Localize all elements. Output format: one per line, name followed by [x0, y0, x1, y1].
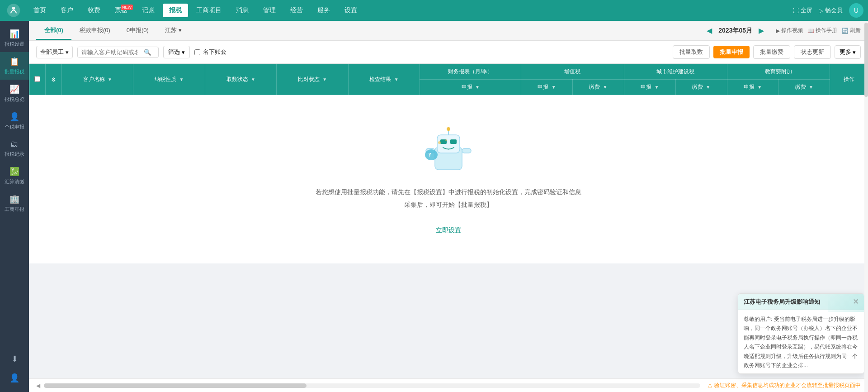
toolbar: 全部员工 ▾ 🔍 筛选 ▾ 名下账套 批量取数 批量申报 批量缴费 状态更新 更… — [29, 41, 868, 64]
period-text: 2023年05月 — [718, 27, 752, 35]
nav-item-首页[interactable]: 首页 — [27, 4, 52, 17]
tab-item-2[interactable]: 0申报(0) — [118, 22, 157, 40]
nav-item-服务[interactable]: 服务 — [311, 4, 336, 17]
tab-action-icon-2: 🔄 — [842, 28, 849, 34]
sidebar-item-6[interactable]: 🏢工商年报 — [0, 190, 29, 217]
sidebar-icon-4: 🗂 — [10, 139, 19, 149]
col-vat-pay: 缴费 ▼ — [572, 80, 624, 95]
nav-item-管理[interactable]: 管理 — [257, 4, 282, 17]
empty-message: 若您想使用批量报税功能，请先在【报税设置】中进行报税的初始化设置，完成密码验证和… — [313, 186, 584, 211]
tab-item-3[interactable]: 江苏 ▾ — [157, 22, 190, 40]
more-label: 更多 — [840, 48, 851, 56]
nav-item-经营[interactable]: 经营 — [284, 4, 309, 17]
sidebar-item-3[interactable]: 👤个税申报 — [0, 107, 29, 135]
bottom-bar: ◀ ⚠ 验证账密、采集信息均成功的企业才会流转至批量报税页面中 — [29, 378, 868, 392]
svg-point-12 — [438, 141, 441, 144]
app-logo[interactable] — [5, 1, 23, 19]
search-input[interactable] — [78, 47, 141, 57]
sidebar-icon-6: 🏢 — [9, 194, 19, 204]
setup-link[interactable]: 立即设置 — [436, 224, 461, 236]
batch-pay-button[interactable]: 批量缴费 — [753, 45, 790, 59]
col-group-city-tax: 城市维护建设税 — [624, 64, 727, 80]
sidebar: 📊报税设置📋批量报税📈报税总览👤个税申报🗂报税记录💹汇算清缴🏢工商年报⬇👤 — [0, 21, 29, 392]
member-button[interactable]: ▷ 畅会员 — [819, 6, 843, 14]
tab-action-2[interactable]: 🔄刷新 — [842, 27, 861, 34]
col-edu-pay: 缴费 ▼ — [778, 80, 830, 95]
table-wrap: ⚙ 客户名称 ▼ 纳税性质 ▼ 取数状态 ▼ 比对状态 ▼ 检查结果 ▼ — [29, 64, 868, 263]
sidebar-icon-1: 📋 — [9, 57, 19, 67]
sidebar-label-3: 个税申报 — [5, 124, 24, 130]
top-nav: 首页客户收费票据NEW记账报税工商项目消息管理经营服务设置 ⛶ 全屏 ▷ 畅会员… — [0, 0, 868, 21]
period-next-button[interactable]: ▶ — [756, 25, 767, 36]
nav-item-报税[interactable]: 报税 — [163, 4, 188, 17]
svg-rect-5 — [450, 139, 457, 144]
tab-action-label-1: 操作手册 — [816, 27, 837, 34]
account-checkbox[interactable] — [194, 49, 200, 55]
chevron-down-icon: ▾ — [182, 49, 185, 56]
sidebar-item-0[interactable]: 📊报税设置 — [0, 24, 29, 52]
status-update-button[interactable]: 状态更新 — [794, 45, 831, 59]
fullscreen-icon: ⛶ — [793, 7, 799, 14]
batch-fetch-button[interactable]: 批量取数 — [673, 45, 710, 59]
scroll-left-btn[interactable]: ◀ — [36, 382, 40, 389]
nav-item-工商项目[interactable]: 工商项目 — [190, 4, 228, 17]
svg-text:¥: ¥ — [429, 153, 431, 158]
warning-icon: ⚠ — [708, 382, 712, 389]
nav-item-客户[interactable]: 客户 — [54, 4, 80, 17]
fullscreen-button[interactable]: ⛶ 全屏 — [793, 6, 812, 14]
svg-point-13 — [445, 139, 447, 141]
col-city-pay: 缴费 ▼ — [675, 80, 727, 95]
tab-action-1[interactable]: 📖操作手册 — [807, 27, 837, 34]
nav-item-记账[interactable]: 记账 — [136, 4, 161, 17]
chevron-down-icon: ▾ — [853, 49, 856, 56]
right-scrollbar[interactable] — [864, 21, 868, 392]
account-checkbox-label[interactable]: 名下账套 — [194, 48, 226, 56]
col-compare-status: 比对状态 ▼ — [277, 64, 348, 95]
tab-item-0[interactable]: 全部(0) — [36, 22, 71, 40]
filter-button[interactable]: 筛选 ▾ — [163, 46, 190, 58]
sidebar-label-5: 汇算清缴 — [5, 178, 24, 185]
nav-item-票据[interactable]: 票据NEW — [108, 4, 134, 17]
col-tax-nature: 纳税性质 ▼ — [133, 64, 205, 95]
nav-item-消息[interactable]: 消息 — [230, 4, 255, 17]
tab-bar: 全部(0)税款申报(0)0申报(0)江苏 ▾ ◀ 2023年05月 ▶ ▶操作视… — [29, 21, 868, 41]
sidebar-label-0: 报税设置 — [5, 41, 24, 48]
empty-state: ¥ 若您想使用批量报税功能，请先在【报税设置】中进行报税的初始化设置，完成密码验… — [29, 95, 868, 263]
search-button[interactable]: 🔍 — [141, 47, 154, 57]
employee-select[interactable]: 全部员工 ▾ — [36, 46, 73, 58]
nav-item-收费[interactable]: 收费 — [81, 4, 107, 17]
fullscreen-label: 全屏 — [801, 6, 812, 14]
batch-declare-button[interactable]: 批量申报 — [713, 46, 750, 58]
scroll-track[interactable] — [44, 383, 700, 388]
sidebar-label-1: 批量报税 — [5, 68, 24, 75]
warning-message: ⚠ 验证账密、采集信息均成功的企业才会流转至批量报税页面中 — [708, 382, 861, 389]
notif-decoration — [828, 294, 864, 312]
tab-action-0[interactable]: ▶操作视频 — [776, 27, 803, 34]
scroll-thumb — [44, 383, 307, 388]
nav-item-设置[interactable]: 设置 — [338, 4, 363, 17]
avatar[interactable]: U — [849, 3, 863, 18]
notif-body: 尊敬的用户: 受当前电子税务局进一步升级的影响，同一个政务网账号（办税人）名下的… — [738, 310, 864, 373]
tab-item-1[interactable]: 税款申报(0) — [71, 22, 118, 40]
more-button[interactable]: 更多 ▾ — [835, 45, 861, 59]
notif-title: 江苏电子税务局升级影响通知 — [744, 298, 820, 306]
col-group-financial: 财务报表（月/季） — [420, 64, 521, 80]
period-nav: ◀ 2023年05月 ▶ — [704, 25, 767, 36]
scrollbar-thumb — [864, 23, 868, 97]
tab-action-icon-0: ▶ — [776, 28, 780, 34]
col-operation: 操作 — [830, 64, 868, 95]
employee-select-label: 全部员工 — [40, 48, 64, 56]
sidebar-item-5[interactable]: 💹汇算清缴 — [0, 162, 29, 190]
period-prev-button[interactable]: ◀ — [704, 25, 715, 36]
select-all-checkbox[interactable] — [34, 76, 40, 82]
sidebar-item-1[interactable]: 📋批量报税 — [0, 52, 29, 80]
col-financial-declare: 申报 ▼ — [420, 80, 521, 95]
sidebar-item-4[interactable]: 🗂报税记录 — [0, 135, 29, 162]
tab-actions: ▶操作视频📖操作手册🔄刷新 — [776, 27, 861, 34]
svg-point-7 — [447, 127, 450, 131]
sidebar-bottom-item-1[interactable]: 👤 — [8, 368, 21, 387]
sidebar-bottom-item-0[interactable]: ⬇ — [8, 349, 21, 368]
checkbox-text: 名下账套 — [203, 48, 226, 56]
sidebar-item-2[interactable]: 📈报税总览 — [0, 80, 29, 107]
warning-text: 验证账密、采集信息均成功的企业才会流转至批量报税页面中 — [714, 382, 861, 389]
